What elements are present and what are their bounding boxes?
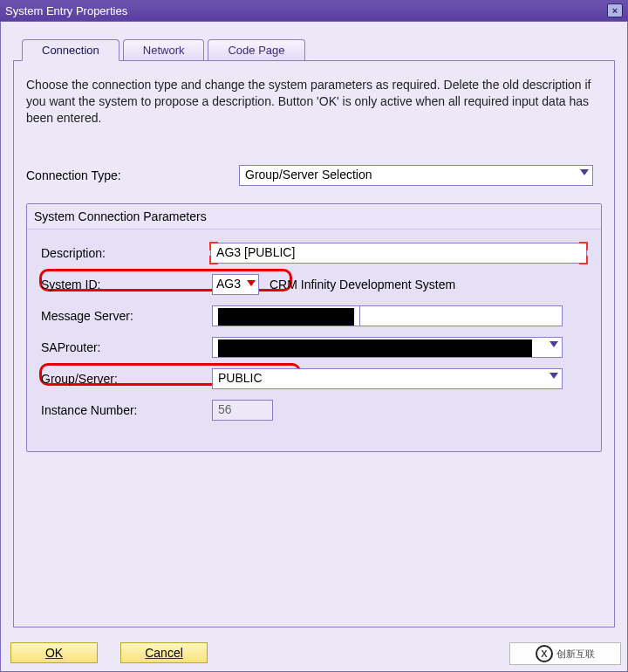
chevron-down-icon <box>580 169 589 175</box>
logo-icon: X <box>536 645 553 662</box>
instance-number-label: Instance Number: <box>41 403 212 417</box>
required-marker-icon <box>579 242 588 250</box>
saprouter-dropdown[interactable] <box>212 337 563 358</box>
dialog-button-bar: OK Cancel <box>10 642 208 663</box>
window-title: System Entry Properties <box>5 4 127 17</box>
connection-panel: Choose the connection type and change th… <box>13 60 615 627</box>
system-connection-parameters-group: System Connection Parameters Description… <box>26 203 602 452</box>
group-title: System Connection Parameters <box>27 204 601 230</box>
connection-type-label: Connection Type: <box>26 168 239 182</box>
instance-number-value: 56 <box>218 402 232 416</box>
group-server-label: Group/Server: <box>41 372 212 386</box>
cancel-button-label: Cancel <box>145 646 183 660</box>
redacted-content <box>218 339 532 357</box>
redacted-content <box>218 308 354 326</box>
chevron-down-icon <box>550 373 558 379</box>
connection-type-value: Group/Server Selection <box>245 168 372 182</box>
system-id-description: CRM Infinity Development System <box>270 278 455 291</box>
saprouter-label: SAProuter: <box>41 340 212 354</box>
system-id-label: System ID: <box>41 278 212 291</box>
connection-type-dropdown[interactable]: Group/Server Selection <box>239 165 593 186</box>
chevron-down-icon <box>247 280 256 286</box>
tab-strip: Connection Network Code Page <box>22 39 627 60</box>
ok-button[interactable]: OK <box>10 642 98 663</box>
logo-text: 创新互联 <box>556 648 595 661</box>
chevron-down-icon <box>550 341 558 347</box>
intro-text: Choose the connection type and change th… <box>26 77 602 127</box>
group-server-value: PUBLIC <box>218 371 263 385</box>
required-marker-icon <box>579 256 588 264</box>
instance-number-input[interactable]: 56 <box>212 400 273 421</box>
cancel-button[interactable]: Cancel <box>120 642 208 663</box>
description-label: Description: <box>41 246 210 260</box>
system-id-value: AG3 <box>216 277 241 291</box>
dialog-body: Connection Network Code Page Choose the … <box>0 21 628 672</box>
tab-code-page[interactable]: Code Page <box>208 39 304 60</box>
system-id-dropdown[interactable]: AG3 <box>212 274 259 295</box>
tab-connection[interactable]: Connection <box>22 39 119 61</box>
close-icon[interactable]: × <box>607 3 623 17</box>
title-bar: System Entry Properties × <box>0 0 628 21</box>
description-input[interactable]: AG3 [PUBLIC] <box>210 243 587 264</box>
message-server-extra-input[interactable] <box>360 305 563 326</box>
group-server-dropdown[interactable]: PUBLIC <box>212 368 563 389</box>
ok-button-label: OK <box>45 646 63 660</box>
branding-logo: X 创新互联 <box>509 642 621 665</box>
tab-network[interactable]: Network <box>123 39 205 60</box>
message-server-label: Message Server: <box>41 309 212 323</box>
message-server-input[interactable] <box>212 305 360 326</box>
description-value: AG3 [PUBLIC] <box>216 245 295 259</box>
